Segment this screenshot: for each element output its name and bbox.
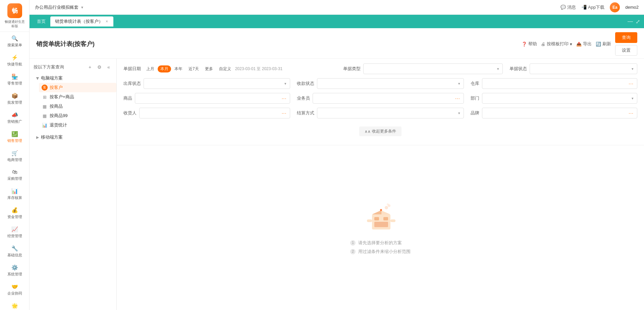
date-btn-current-month[interactable]: 本月 <box>158 65 171 72</box>
sidebar-item-system-label: 系统管理 <box>7 272 22 277</box>
purchase-icon: 🛍 <box>12 169 17 175</box>
sidebar-item-finance[interactable]: 💰 资金管理 <box>0 204 29 223</box>
hint-num-2: 2 <box>350 249 356 254</box>
tree-mobile-parent[interactable]: ▶ 移动端方案 <box>34 133 116 142</box>
brand-select[interactable]: ··· <box>482 108 637 118</box>
empty-hint-2: 2 用过滤条件来缩小分析范围 <box>350 249 411 255</box>
export-button[interactable]: 📤 导出 <box>576 41 592 47</box>
page-inner: 销货单统计表(按客户) ❓ 帮助 🖨 按模板打印 ▾ 📤 导出 <box>30 28 644 310</box>
salesperson-select[interactable]: ··· <box>313 93 464 104</box>
sidebar-item-search[interactable]: 🔍 搜索菜单 <box>0 32 29 51</box>
date-btn-custom[interactable]: 自定义 <box>216 65 234 72</box>
sidebar-item-newbie[interactable]: 🌟 新手引导 <box>0 299 29 310</box>
svg-point-12 <box>387 203 389 205</box>
settlement-select[interactable]: ▾ <box>317 108 464 118</box>
date-btn-year[interactable]: 本年 <box>172 65 185 72</box>
out-status-label: 出库状态 <box>123 81 141 87</box>
sidebar-item-operations[interactable]: 📈 经营管理 <box>0 223 29 242</box>
date-btn-7days[interactable]: 近7天 <box>186 65 202 72</box>
filter-doc-status: 单据状态 ▾ <box>509 63 637 74</box>
tab-close-icon[interactable]: × <box>105 19 109 24</box>
sidebar-item-wholesale[interactable]: 📦 批发管理 <box>0 89 29 108</box>
app-download-icon: 📲 <box>581 5 587 10</box>
tree-item-customer[interactable]: 客 按客户 <box>39 83 116 92</box>
query-button[interactable]: 查询 <box>615 32 637 43</box>
sidebar-item-basic[interactable]: 🔧 基础信息 <box>0 242 29 261</box>
goods-select[interactable]: ··· <box>135 93 290 104</box>
sidebar-item-retail[interactable]: 🏪 零售管理 <box>0 70 29 89</box>
recipient-dots: ··· <box>282 110 287 116</box>
svg-rect-5 <box>374 222 388 227</box>
tab-bar-actions: — ⤢ <box>628 18 644 25</box>
settlement-arrow: ▾ <box>458 111 460 115</box>
desktop-group: ▶ 电脑端方案 客 按客户 ⊞ 按客户+商品 <box>30 73 116 130</box>
app-download-button[interactable]: 📲 App下载 <box>581 4 604 10</box>
home-tab-label: 首页 <box>37 18 46 24</box>
panel-settings-btn[interactable]: ⚙ <box>96 63 103 71</box>
tree-desktop-parent[interactable]: ▶ 电脑端方案 <box>34 73 116 83</box>
tree-item-customer-goods[interactable]: ⊞ 按客户+商品 <box>39 92 116 102</box>
print-dropdown-icon[interactable]: ▾ <box>570 42 572 47</box>
panel-collapse-btn[interactable]: « <box>105 63 112 71</box>
sidebar-item-ecommerce[interactable]: 🛒 电商管理 <box>0 147 29 166</box>
refresh-button[interactable]: 🔄 刷新 <box>596 41 611 47</box>
svg-rect-3 <box>374 217 379 220</box>
collapse-button[interactable]: ∧∧ 收起更多条件 <box>359 126 401 136</box>
search-icon: 🔍 <box>11 35 18 42</box>
sidebar-item-system[interactable]: ⚙️ 系统管理 <box>0 261 29 280</box>
out-status-select[interactable]: ▾ <box>144 78 290 89</box>
refresh-icon: 🔄 <box>596 42 601 47</box>
sidebar-item-marketing[interactable]: 📣 营销推广 <box>0 108 29 127</box>
tab-home[interactable]: 首页 <box>32 16 50 27</box>
tree-item-returns[interactable]: 📊 退货统计 <box>39 120 116 130</box>
tree-item-customer-goods-label: 按客户+商品 <box>50 94 74 100</box>
header-left: 办公用品行业模拟账套 ▾ <box>35 4 83 10</box>
sidebar-item-purchase[interactable]: 🛍 采购管理 <box>0 166 29 185</box>
export-icon: 📤 <box>576 42 582 47</box>
date-btn-last-month[interactable]: 上月 <box>144 65 157 72</box>
sidebar-item-inventory[interactable]: 📊 库存核算 <box>0 185 29 204</box>
message-button[interactable]: 💬 消息 <box>560 4 576 10</box>
tree-item-goods99[interactable]: ▦ 按商品99 <box>39 111 116 120</box>
enterprise-icon: 🤝 <box>11 283 18 290</box>
settings-button[interactable]: 设置 <box>615 45 637 56</box>
out-status-arrow: ▾ <box>284 82 286 86</box>
panel-add-btn[interactable]: + <box>86 63 94 71</box>
wholesale-icon: 📦 <box>11 93 18 99</box>
user-avatar[interactable]: Ea <box>610 2 620 12</box>
filter-goods: 商品 ··· <box>123 93 290 104</box>
tree-arrow: ▶ <box>36 77 40 80</box>
warehouse-select[interactable]: ··· <box>482 78 637 89</box>
print-button[interactable]: 🖨 按模板打印 ▾ <box>541 41 572 47</box>
header-dropdown-icon[interactable]: ▾ <box>81 5 83 10</box>
sidebar-item-shortcut-label: 快捷导航 <box>7 62 22 67</box>
sidebar-item-enterprise[interactable]: 🤝 企业协同 <box>0 280 29 299</box>
sidebar-item-shortcut[interactable]: ⚡ 快捷导航 <box>0 51 29 70</box>
department-select[interactable]: ▾ <box>482 93 637 104</box>
sidebar-item-sales[interactable]: 💹 销售管理 <box>0 127 29 147</box>
sidebar-item-finance-label: 资金管理 <box>7 214 22 219</box>
query-action-group: 查询 设置 <box>615 32 637 56</box>
tree-item-goods[interactable]: ▦ 按商品 <box>39 102 116 111</box>
tab-minimize-btn[interactable]: — <box>628 18 633 24</box>
tab-maximize-btn[interactable]: ⤢ <box>636 18 640 25</box>
date-range-text: 2023-03-01 至 2023-03-31 <box>235 66 282 72</box>
collapse-label: 收起更多条件 <box>372 128 396 134</box>
doc-type-select[interactable]: ▾ <box>363 63 503 74</box>
doc-status-arrow: ▾ <box>632 67 634 71</box>
sidebar: 畅 畅捷通好生意标版 🔍 搜索菜单 ⚡ 快捷导航 🏪 零售管理 📦 批发管理 📣… <box>0 0 30 310</box>
doc-status-select[interactable]: ▾ <box>530 63 637 74</box>
message-icon: 💬 <box>560 5 566 10</box>
main-area: 按以下方案查询 + ⚙ « <box>30 59 644 310</box>
department-label: 部门 <box>471 95 479 101</box>
recipient-select[interactable]: ··· <box>139 108 290 118</box>
sidebar-logo[interactable]: 畅 畅捷通好生意标版 <box>0 0 29 32</box>
date-btn-more[interactable]: 更多 <box>202 65 216 72</box>
tab-sales-stats[interactable]: 销货单统计表（按客户） × <box>50 16 113 27</box>
payment-status-select[interactable]: ▾ <box>317 78 464 89</box>
salesperson-label: 业务员 <box>297 95 310 101</box>
help-button[interactable]: ❓ 帮助 <box>522 41 537 47</box>
add-icon: + <box>89 64 91 70</box>
svg-point-7 <box>380 209 382 211</box>
logo-text: 畅捷通好生意标版 <box>5 19 25 28</box>
